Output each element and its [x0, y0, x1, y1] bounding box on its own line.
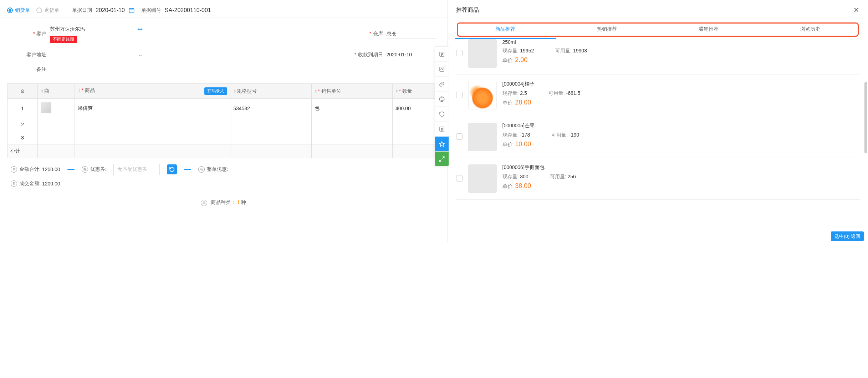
- row-spec[interactable]: 534532: [230, 99, 311, 118]
- row-product[interactable]: [75, 118, 230, 131]
- product-name: [0000004]橘子: [502, 81, 859, 87]
- selected-return-button[interactable]: 选中(0) 返回: [831, 231, 864, 241]
- coupon-input[interactable]: 无匹配优惠券: [113, 164, 160, 175]
- avail-label: 可用量:: [550, 174, 566, 179]
- close-icon[interactable]: ✕: [853, 6, 859, 14]
- col-unit[interactable]: 销售单位: [321, 88, 341, 94]
- discount-icon: %: [198, 166, 205, 173]
- col-thumb[interactable]: 商: [44, 88, 49, 94]
- stock-label: 现存量:: [502, 90, 519, 96]
- tab-slow-moving[interactable]: 滞销推荐: [658, 20, 759, 39]
- tab-sales-order[interactable]: 销货单: [7, 7, 30, 14]
- row-product[interactable]: 果倍爽: [75, 99, 230, 118]
- product-row: 250ml现存量: 19952可用量: 19903单价: 2.00: [456, 39, 859, 75]
- product-row: [0000006]手撕面包现存量: 300可用量: 256单价: 38.00: [456, 158, 859, 200]
- tab-browse-history[interactable]: 浏览历史: [759, 20, 861, 39]
- price-label: 单价:: [502, 57, 514, 63]
- customer-label: 客户: [36, 31, 46, 36]
- transfer-icon[interactable]: [435, 92, 449, 107]
- dash-icon: [67, 169, 75, 170]
- link-icon[interactable]: [435, 77, 449, 92]
- chevron-down-icon[interactable]: ⌄: [138, 52, 143, 57]
- product-checkbox[interactable]: [456, 175, 463, 182]
- address-field[interactable]: ⌄: [50, 50, 143, 59]
- price-label: 单价:: [502, 183, 514, 189]
- tab-new-products[interactable]: 新品推荐: [455, 20, 556, 39]
- calendar-icon[interactable]: [128, 7, 135, 14]
- table-row[interactable]: 1果倍爽534532包400.00: [7, 99, 440, 118]
- row-index: 1: [7, 99, 38, 118]
- duedate-field[interactable]: 2020-01-10: [387, 50, 436, 59]
- chart-icon[interactable]: [435, 62, 449, 77]
- stock-value: 300: [520, 174, 528, 179]
- star-icon[interactable]: [435, 137, 449, 152]
- price-value: 28.00: [515, 99, 531, 106]
- row-unit[interactable]: [311, 118, 392, 131]
- order-type-tabs: 销货单 退货单 单据日期 2020-01-10 单据编号 SA-20200110…: [0, 4, 447, 17]
- currency-icon[interactable]: [435, 122, 449, 137]
- row-index: 2: [7, 118, 38, 131]
- product-name: 250ml: [502, 39, 859, 45]
- doc-date-label: 单据日期: [72, 7, 92, 14]
- more-icon[interactable]: •••: [137, 26, 143, 32]
- stock-label: 现存量:: [502, 132, 519, 138]
- yen-icon: ¥: [11, 166, 17, 173]
- svg-rect-0: [129, 9, 134, 13]
- stock-value: -178: [520, 132, 530, 138]
- stock-label: 现存量:: [502, 48, 519, 53]
- doc-no-label: 单据编号: [141, 7, 161, 14]
- stock-value: 19952: [520, 48, 534, 53]
- expand-icon[interactable]: [435, 152, 449, 167]
- product-checkbox[interactable]: [456, 50, 463, 56]
- row-unit[interactable]: [311, 131, 392, 144]
- deal-icon: $: [11, 180, 17, 187]
- customer-field[interactable]: 苏州万达沃尔玛 •••: [50, 25, 143, 34]
- product-row: [0000005]芒果现存量: -178可用量: -190单价: 10.00: [456, 116, 859, 158]
- table-row[interactable]: 3: [7, 131, 440, 144]
- avail-label: 可用量:: [548, 90, 565, 96]
- refresh-button[interactable]: [167, 164, 177, 174]
- product-checkbox[interactable]: [456, 133, 463, 140]
- col-qty[interactable]: 数量: [402, 88, 412, 94]
- product-image: [468, 123, 497, 151]
- row-spec[interactable]: [230, 118, 311, 131]
- row-qty[interactable]: 400.00: [392, 99, 440, 118]
- avail-value: 19903: [573, 48, 587, 53]
- deal-label: 成交金额:: [19, 180, 41, 187]
- doc-date-value[interactable]: 2020-01-10: [96, 7, 125, 14]
- coupon-label: 优惠券:: [90, 166, 107, 173]
- product-image: [468, 164, 497, 193]
- price-label: 单价:: [502, 100, 514, 106]
- col-product[interactable]: 商品: [85, 87, 95, 93]
- product-image: [468, 39, 497, 68]
- row-spec[interactable]: [230, 131, 311, 144]
- address-label: 客户地址: [26, 52, 46, 57]
- table-row[interactable]: 2: [7, 118, 440, 131]
- tab-return-order[interactable]: 退货单: [36, 7, 59, 14]
- tab-hot-sales[interactable]: 热销推荐: [556, 20, 658, 39]
- stock-value: 2.5: [520, 90, 527, 96]
- row-unit[interactable]: 包: [311, 99, 392, 118]
- warehouse-field[interactable]: 总仓: [387, 29, 436, 39]
- product-name: [0000005]芒果: [502, 123, 859, 129]
- remark-label: 备注: [36, 66, 46, 72]
- deal-value: 1200.00: [42, 181, 60, 187]
- list-icon[interactable]: [435, 47, 449, 62]
- avail-label: 可用量:: [555, 48, 572, 53]
- dash-icon: [184, 169, 191, 170]
- product-type-label: 商品种类：: [211, 199, 236, 205]
- gear-icon[interactable]: ⚙: [20, 88, 25, 94]
- total-value: 1200.00: [42, 167, 60, 172]
- row-qty[interactable]: [392, 118, 440, 131]
- product-checkbox[interactable]: [456, 92, 463, 98]
- col-spec[interactable]: 规格型号: [237, 88, 257, 94]
- scan-input-button[interactable]: 扫码录入: [204, 87, 227, 95]
- row-product[interactable]: [75, 131, 230, 144]
- shield-icon[interactable]: [435, 107, 449, 122]
- recommend-tabs: 新品推荐 热销推荐 滞销推荐 浏览历史: [448, 20, 868, 39]
- avail-value: 256: [567, 174, 576, 179]
- doc-no-value: SA-20200110-001: [165, 7, 211, 14]
- row-qty[interactable]: [392, 131, 440, 144]
- remark-field[interactable]: [50, 68, 150, 71]
- scrollbar[interactable]: [864, 82, 867, 153]
